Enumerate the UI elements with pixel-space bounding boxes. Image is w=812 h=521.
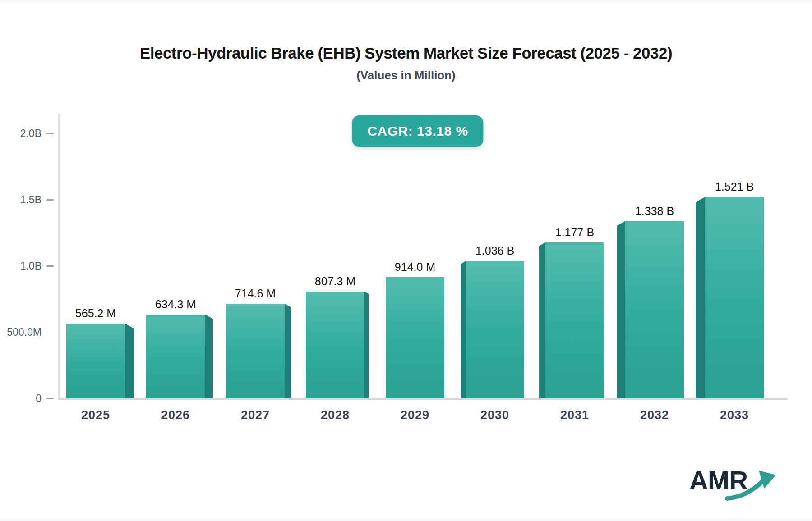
bar-2028 [306, 292, 364, 398]
bar-2032 [625, 221, 684, 398]
bar-2027 [226, 304, 285, 398]
bar-2030 [466, 261, 524, 398]
y-axis-tick-dash [46, 265, 54, 267]
bar-side [205, 315, 213, 398]
bar-2029 [386, 277, 444, 398]
y-axis-tick-label: 500.0M [0, 326, 42, 338]
bar-value-label: 714.6 M [188, 287, 323, 300]
y-axis-line [58, 114, 60, 399]
bar-2025 [66, 324, 125, 398]
y-axis-tick-label: 1.5B [0, 194, 42, 206]
bar-side [461, 261, 466, 398]
plot-area: 2.0B1.5B1.0B500.0M0565.2 M2025634.3 M202… [0, 0, 812, 521]
y-axis-tick-label: 0 [0, 393, 42, 404]
bar-2031 [545, 242, 604, 398]
chart-canvas: Electro-Hydraulic Brake (EHB) System Mar… [0, 0, 812, 521]
y-axis-tick-label: 2.0B [0, 128, 42, 139]
bar-side [285, 304, 291, 398]
bar-side [696, 197, 705, 398]
bar-side [539, 242, 545, 398]
bar-side [125, 324, 134, 398]
bar-side [364, 292, 369, 398]
amr-logo: AMR [686, 465, 785, 506]
y-axis-tick-dash [46, 398, 54, 399]
bar-2026 [146, 315, 205, 398]
x-axis-label-2033: 2033 [667, 408, 802, 422]
y-axis-tick-label: 1.0B [0, 260, 42, 272]
y-axis-tick-dash [46, 133, 54, 134]
y-axis-tick-dash [46, 199, 54, 201]
bar-value-label: 807.3 M [268, 274, 403, 288]
bar-side [617, 221, 625, 398]
bar-value-label: 1.521 B [667, 180, 802, 193]
bar-2033 [705, 197, 764, 398]
amr-logo-arrow-icon [721, 466, 780, 503]
